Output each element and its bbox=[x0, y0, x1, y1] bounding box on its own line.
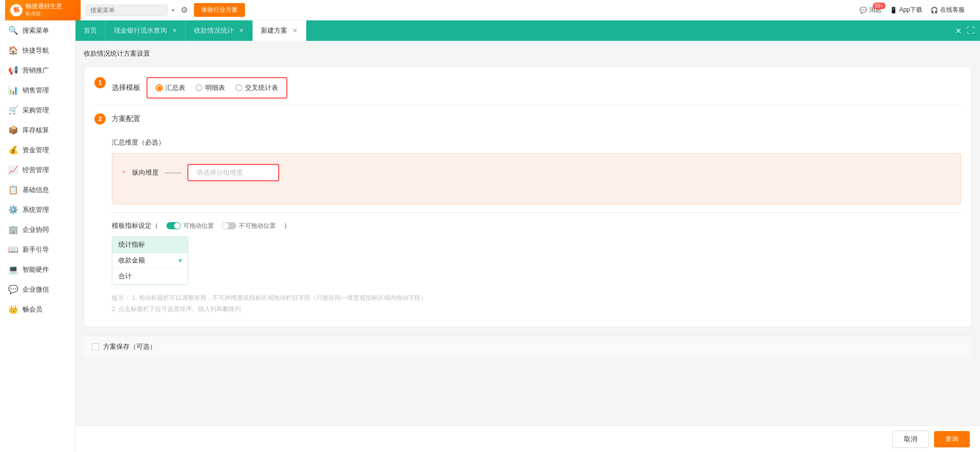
radio-detail-table[interactable]: 明细表 bbox=[195, 83, 225, 92]
drag-on-toggle[interactable] bbox=[166, 222, 181, 229]
radio-circle-cross bbox=[235, 84, 242, 91]
metrics-row-label-1: 合计 bbox=[118, 272, 132, 281]
metrics-row-label-0: 收款金额 bbox=[118, 256, 145, 265]
logo-name: 畅捷通好生意 bbox=[26, 3, 62, 10]
notification-icon: 💬 bbox=[860, 7, 867, 14]
sidebar-item-hardware[interactable]: 💻 智能硬件 bbox=[0, 259, 75, 279]
tab-bar: 首页 现金银行流水查询 ✕ 收款情况统计 ✕ 新建方案 ✕ ✕ ⛶ bbox=[76, 20, 980, 41]
sidebar-item-finance[interactable]: 💰 资金管理 bbox=[0, 140, 75, 160]
sidebar-item-member[interactable]: 👑 畅会员 bbox=[0, 299, 75, 319]
save-checkbox[interactable] bbox=[92, 343, 99, 350]
metrics-header: 模板指标设定（ 可拖动位置 不可拖动位置 ） bbox=[112, 221, 961, 230]
save-row: 方案保存（可选） bbox=[84, 336, 972, 358]
sidebar-item-label: 企业微信 bbox=[22, 285, 49, 294]
radio-cross-table[interactable]: 交叉统计表 bbox=[235, 83, 278, 92]
bottom-bar: 取消 查询 bbox=[76, 425, 980, 452]
radio-circle-detail bbox=[195, 84, 203, 91]
notification-button[interactable]: 💬 消息 99+ bbox=[860, 6, 881, 14]
app-download-label: App下载 bbox=[899, 6, 922, 14]
tab-new-scheme-close-icon[interactable]: ✕ bbox=[292, 27, 298, 34]
logo-area: 畅 畅捷通好生意 标准版 bbox=[5, 0, 81, 20]
trial-button[interactable]: 体验行业方案 bbox=[194, 3, 245, 17]
sidebar-item-label: 采购管理 bbox=[22, 106, 49, 115]
metrics-table-row-1: 合计 bbox=[112, 269, 188, 284]
sidebar: 🔍 搜索菜单 🏠 快捷导航 📢 营销推广 📊 销售管理 🛒 采购管理 📦 库存核… bbox=[0, 20, 76, 452]
vertical-dimension-label: 纵向维度 bbox=[132, 168, 159, 177]
sidebar-item-inventory[interactable]: 📦 库存核算 bbox=[0, 120, 75, 140]
tab-cashflow-close-icon[interactable]: ✕ bbox=[172, 27, 177, 34]
sidebar-item-purchase[interactable]: 🛒 采购管理 bbox=[0, 100, 75, 120]
dimension-selector-input[interactable]: 请选择分组维度 bbox=[187, 164, 279, 181]
page-title: 收款情况统计方案设置 bbox=[84, 49, 972, 58]
tab-bar-right: ✕ ⛶ bbox=[955, 26, 980, 36]
sidebar-item-marketing[interactable]: 📢 营销推广 bbox=[0, 60, 75, 80]
query-button[interactable]: 查询 bbox=[934, 431, 970, 447]
sidebar-item-label: 搜索菜单 bbox=[22, 26, 49, 35]
basic-info-icon: 📋 bbox=[8, 185, 18, 195]
tab-receipt-stats-label: 收款情况统计 bbox=[194, 26, 234, 35]
tab-cashflow-label: 现金银行流水查询 bbox=[114, 26, 167, 35]
inventory-icon: 📦 bbox=[8, 125, 18, 135]
finance-icon: 💰 bbox=[8, 145, 18, 155]
settings-button[interactable]: ⚙ bbox=[179, 3, 190, 17]
maximize-window-button[interactable]: ⛶ bbox=[967, 26, 975, 35]
tab-cashflow[interactable]: 现金银行流水查询 ✕ bbox=[106, 20, 186, 41]
cancel-button[interactable]: 取消 bbox=[892, 431, 929, 448]
radio-summary-label: 汇总表 bbox=[165, 83, 185, 92]
close-window-button[interactable]: ✕ bbox=[955, 26, 962, 36]
management-icon: 📈 bbox=[8, 165, 18, 175]
sidebar-item-label: 资金管理 bbox=[22, 146, 49, 155]
radio-circle-summary bbox=[156, 84, 163, 91]
tab-home-label: 首页 bbox=[84, 26, 97, 35]
main-content: 收款情况统计方案设置 1 选择模板 汇总表 bbox=[76, 41, 980, 452]
drag-on-badge: 可拖动位置 bbox=[166, 222, 214, 230]
radio-dot-summary bbox=[158, 86, 161, 90]
sidebar-item-guide[interactable]: 📖 新手引导 bbox=[0, 240, 75, 259]
step1-section: 1 选择模板 汇总表 明细表 bbox=[94, 77, 961, 99]
notification-badge: 99+ bbox=[873, 3, 886, 9]
metrics-dropdown-btn-0[interactable]: ▾ bbox=[179, 257, 182, 264]
hint-line-2: 2. 点击标题栏下拉可设置排序、插入列和删除列 bbox=[112, 304, 961, 315]
drag-off-toggle[interactable] bbox=[222, 222, 236, 229]
step2-number: 2 bbox=[94, 113, 106, 125]
sidebar-item-label: 营销推广 bbox=[22, 66, 49, 75]
wechat-icon: 💬 bbox=[8, 284, 18, 294]
sidebar-item-quicknav[interactable]: 🏠 快捷导航 bbox=[0, 40, 75, 60]
step2-label: 方案配置 bbox=[112, 114, 140, 124]
radio-summary-table[interactable]: 汇总表 bbox=[156, 83, 185, 92]
sidebar-item-label: 销售管理 bbox=[22, 86, 49, 95]
sidebar-item-sales[interactable]: 📊 销售管理 bbox=[0, 80, 75, 100]
dimension-area: * 纵向维度 —— 请选择分组维度 bbox=[112, 153, 961, 204]
hardware-icon: 💻 bbox=[8, 265, 18, 274]
sidebar-item-label: 智能硬件 bbox=[22, 265, 49, 274]
search-input[interactable] bbox=[86, 5, 167, 16]
drag-off-badge: 不可拖动位置 bbox=[222, 222, 276, 230]
purchase-icon: 🛒 bbox=[8, 105, 18, 115]
drag-close-paren: ） bbox=[284, 221, 290, 230]
metrics-divider bbox=[112, 212, 961, 213]
step1-label: 选择模板 bbox=[112, 83, 140, 92]
drag-on-label: 可拖动位置 bbox=[183, 222, 214, 230]
guide-icon: 📖 bbox=[8, 245, 18, 254]
online-service-label: 在线客服 bbox=[940, 6, 965, 14]
dimension-section-title: 汇总维度（必选） bbox=[112, 138, 961, 147]
sales-icon: 📊 bbox=[8, 85, 18, 95]
save-label: 方案保存（可选） bbox=[103, 342, 156, 351]
dimension-placeholder: 请选择分组维度 bbox=[197, 169, 243, 176]
tab-receipt-stats[interactable]: 收款情况统计 ✕ bbox=[186, 20, 253, 41]
sidebar-item-enterprise[interactable]: 🏢 企业协同 bbox=[0, 220, 75, 240]
sidebar-item-basic-info[interactable]: 📋 基础信息 bbox=[0, 180, 75, 200]
tab-receipt-stats-close-icon[interactable]: ✕ bbox=[239, 27, 244, 34]
app-download-button[interactable]: 📱 App下载 bbox=[890, 6, 922, 14]
online-service-button[interactable]: 🎧 在线客服 bbox=[930, 6, 965, 14]
sidebar-item-system[interactable]: ⚙️ 系统管理 bbox=[0, 200, 75, 220]
tab-home[interactable]: 首页 bbox=[76, 20, 106, 41]
sidebar-item-label: 快捷导航 bbox=[22, 46, 49, 55]
system-icon: ⚙️ bbox=[8, 205, 18, 215]
sidebar-item-wechat[interactable]: 💬 企业微信 bbox=[0, 279, 75, 299]
sidebar-item-management[interactable]: 📈 经营管理 bbox=[0, 160, 75, 180]
top-header: 畅 畅捷通好生意 标准版 ▾ ⚙ 体验行业方案 💬 消息 99+ 📱 App下载… bbox=[0, 0, 980, 20]
sidebar-item-search[interactable]: 🔍 搜索菜单 bbox=[0, 20, 75, 40]
tab-new-scheme[interactable]: 新建方案 ✕ bbox=[253, 20, 306, 41]
dimension-row: * 纵向维度 —— 请选择分组维度 bbox=[122, 164, 950, 181]
